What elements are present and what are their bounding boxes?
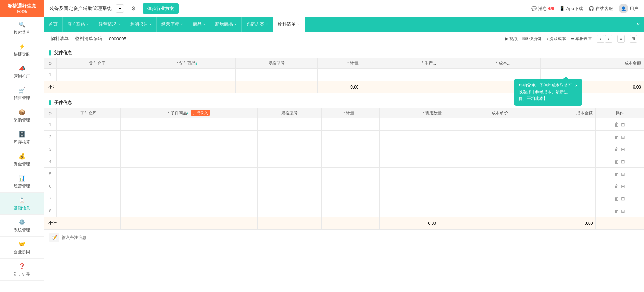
sidebar-item-purchase[interactable]: 📦 采购管理 [0, 105, 44, 127]
parent-table-settings-button[interactable]: ⚙ [47, 61, 53, 66]
delete-icon-4[interactable]: 🗑 [614, 159, 619, 164]
messages-button[interactable]: 💬 消息 6 [531, 5, 554, 12]
child-unit-1[interactable] [321, 118, 379, 131]
child-warehouse-5[interactable] [57, 168, 121, 180]
child-unit-cost-6[interactable] [468, 180, 532, 192]
tooltip-close-button[interactable]: × [575, 82, 578, 90]
tab-operations[interactable]: 经营情况 × [94, 17, 125, 32]
system-dropdown[interactable]: ▾ [116, 4, 124, 13]
child-qty-2[interactable] [396, 131, 468, 143]
child-spec-1[interactable] [258, 118, 322, 131]
child-product-1[interactable] [120, 118, 258, 131]
view-action[interactable]: ▶ 视频 [505, 36, 518, 42]
child-product-2[interactable] [120, 131, 258, 143]
tab-new-goods[interactable]: 新增商品 × [210, 17, 242, 32]
parent-production-1[interactable] [392, 69, 466, 81]
tab-close-ops[interactable]: × [118, 22, 120, 26]
parent-product-1[interactable] [138, 69, 235, 81]
child-qty-5[interactable] [396, 168, 468, 180]
delete-icon-6[interactable]: 🗑 [614, 184, 619, 189]
child-qty-8[interactable] [396, 205, 468, 217]
tab-profit[interactable]: 利润报告 × [125, 17, 157, 32]
child-product-7[interactable] [120, 192, 258, 205]
child-qty-1[interactable] [396, 118, 468, 131]
child-spec-6[interactable] [258, 180, 322, 192]
child-unit-3[interactable] [321, 143, 379, 155]
tab-close-bom[interactable]: × [297, 22, 299, 26]
delete-icon-7[interactable]: 🗑 [614, 196, 619, 201]
delete-icon-3[interactable]: 🗑 [614, 147, 619, 152]
delete-icon-8[interactable]: 🗑 [614, 208, 619, 214]
extract-cost-action[interactable]: ↓ 提取成本 [546, 36, 566, 42]
sidebar-item-shortcut[interactable]: ⚡ 快捷导航 [0, 39, 44, 61]
child-unit-5[interactable] [321, 168, 379, 180]
copy-icon-3[interactable]: ⊞ [621, 147, 625, 152]
child-warehouse-8[interactable] [57, 205, 121, 217]
delete-icon-2[interactable]: 🗑 [614, 134, 619, 140]
child-amount-5[interactable] [532, 168, 596, 180]
delete-icon-5[interactable]: 🗑 [614, 171, 619, 177]
shortcut-action[interactable]: ⌨ 快捷键 [522, 36, 542, 42]
tab-close-new-goods[interactable]: × [234, 22, 236, 26]
remark-input[interactable] [62, 235, 639, 240]
parent-spec-1[interactable] [235, 69, 317, 81]
app-download-button[interactable]: 📱 App下载 [559, 5, 583, 12]
copy-icon-6[interactable]: ⊞ [621, 184, 625, 189]
tab-barcode[interactable]: 条码方案 × [242, 17, 273, 32]
child-qty-4[interactable] [396, 155, 468, 168]
child-unit-8[interactable] [321, 205, 379, 217]
tab-goods[interactable]: 商品 × [188, 17, 210, 32]
sidebar-item-search[interactable]: 🔍 搜索菜单 [0, 17, 44, 39]
child-spec-8[interactable] [258, 205, 322, 217]
child-product-4[interactable] [120, 155, 258, 168]
sidebar-item-enterprise[interactable]: 🤝 企业协同 [0, 237, 44, 259]
sidebar-item-system[interactable]: ⚙️ 系统管理 [0, 215, 44, 237]
trial-button[interactable]: 体验行业方案 [143, 3, 179, 14]
child-spec-4[interactable] [258, 155, 322, 168]
child-warehouse-1[interactable] [57, 118, 121, 131]
sidebar-item-marketing[interactable]: 📣 营销推广 [0, 61, 44, 83]
settings-gear-button[interactable]: ⚙ [128, 3, 138, 14]
tab-customer[interactable]: 客户联络 × [63, 17, 94, 32]
tab-home[interactable]: 首页 [44, 17, 63, 32]
child-warehouse-6[interactable] [57, 180, 121, 192]
child-spec-7[interactable] [258, 192, 322, 205]
child-amount-7[interactable] [532, 192, 596, 205]
child-qty-3[interactable] [396, 143, 468, 155]
child-unit-cost-5[interactable] [468, 168, 532, 180]
single-settings-action[interactable]: ☰ 单据设置 [571, 36, 592, 42]
child-product-5[interactable] [120, 168, 258, 180]
copy-icon-7[interactable]: ⊞ [621, 196, 625, 201]
child-spec-5[interactable] [258, 168, 322, 180]
sidebar-item-basics[interactable]: 📋 基础信息 [0, 193, 44, 215]
child-product-6[interactable] [120, 180, 258, 192]
tab-close-goods[interactable]: × [203, 22, 205, 26]
child-unit-cost-4[interactable] [468, 155, 532, 168]
child-unit-cost-3[interactable] [468, 143, 532, 155]
child-warehouse-7[interactable] [57, 192, 121, 205]
copy-icon-4[interactable]: ⊞ [621, 159, 625, 164]
tab-close-journey[interactable]: × [181, 22, 183, 26]
child-amount-3[interactable] [532, 143, 596, 155]
sidebar-item-operations[interactable]: 📊 经营管理 [0, 171, 44, 193]
user-button[interactable]: 👤 用户 [619, 4, 639, 13]
sidebar-item-sales[interactable]: 🛒 销售管理 [0, 83, 44, 105]
layout-list-button[interactable]: ≡ [617, 35, 625, 43]
child-qty-7[interactable] [396, 192, 468, 205]
prev-page-button[interactable]: ‹ [597, 35, 604, 43]
sidebar-item-finance[interactable]: 💰 资金管理 [0, 149, 44, 171]
sidebar-item-inventory[interactable]: 🗄️ 库存核算 [0, 127, 44, 149]
parent-unit-1[interactable] [317, 69, 392, 81]
child-spec-2[interactable] [258, 131, 322, 143]
child-unit-cost-2[interactable] [468, 131, 532, 143]
tab-journey[interactable]: 经营历程 × [157, 17, 188, 32]
copy-icon-8[interactable]: ⊞ [621, 208, 625, 214]
child-unit-cost-8[interactable] [468, 205, 532, 217]
child-unit-6[interactable] [321, 180, 379, 192]
child-amount-2[interactable] [532, 131, 596, 143]
child-amount-1[interactable] [532, 118, 596, 131]
child-warehouse-4[interactable] [57, 155, 121, 168]
child-warehouse-3[interactable] [57, 143, 121, 155]
child-unit-cost-1[interactable] [468, 118, 532, 131]
parent-warehouse-1[interactable] [57, 69, 138, 81]
